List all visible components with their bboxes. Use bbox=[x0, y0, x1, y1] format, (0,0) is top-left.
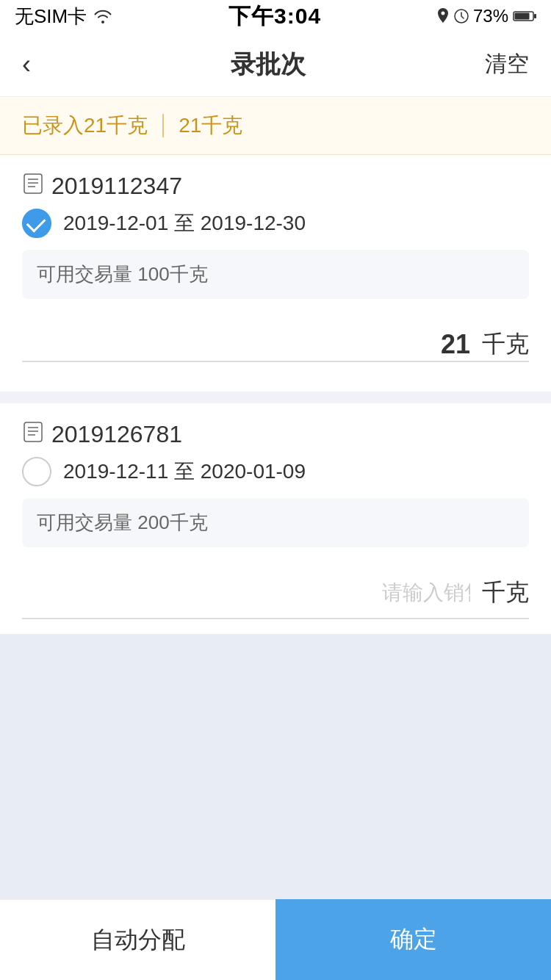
section-divider bbox=[0, 392, 551, 403]
status-right: 73% bbox=[436, 6, 536, 26]
batch1-doc-icon bbox=[22, 173, 44, 200]
summary-item1: 已录入21千克 bbox=[22, 112, 148, 140]
auto-distribute-button[interactable]: 自动分配 bbox=[0, 899, 276, 980]
batch1-header: 2019112347 bbox=[22, 173, 529, 200]
batch2-date: 2019-12-11 至 2020-01-09 bbox=[63, 458, 306, 486]
svg-rect-3 bbox=[514, 13, 529, 20]
battery-text: 73% bbox=[473, 6, 508, 26]
clock-icon bbox=[454, 9, 469, 24]
status-left: 无SIM卡 bbox=[15, 4, 113, 29]
back-button[interactable]: ‹ bbox=[22, 49, 66, 80]
batch2-radio[interactable] bbox=[22, 457, 51, 486]
content-area: 已录入21千克 21千克 2019112347 2019-12-01 至 201… bbox=[0, 97, 551, 943]
summary-divider bbox=[162, 114, 164, 137]
svg-rect-2 bbox=[534, 14, 536, 18]
no-sim-text: 无SIM卡 bbox=[15, 4, 87, 29]
nav-bar: ‹ 录批次 清空 bbox=[0, 32, 551, 97]
batch2-section-bottom bbox=[0, 619, 551, 634]
batch1-card: 2019112347 2019-12-01 至 2019-12-30 可用交易量… bbox=[0, 155, 551, 314]
confirm-button[interactable]: 确定 bbox=[276, 899, 551, 980]
status-bar: 无SIM卡 下午3:04 73% bbox=[0, 0, 551, 32]
batch1-unit: 千克 bbox=[482, 328, 529, 361]
page-title: 录批次 bbox=[66, 48, 470, 82]
batch2-input-section: 千克 bbox=[0, 562, 551, 634]
batch1-date: 2019-12-01 至 2019-12-30 bbox=[63, 209, 306, 237]
batch1-available: 可用交易量 100千克 bbox=[22, 250, 529, 299]
batch2-id: 2019126781 bbox=[51, 421, 182, 448]
empty-area bbox=[0, 634, 551, 943]
batch1-id: 2019112347 bbox=[51, 173, 182, 200]
svg-rect-8 bbox=[24, 422, 42, 442]
batch1-quantity-input[interactable] bbox=[382, 329, 470, 360]
svg-rect-4 bbox=[24, 174, 42, 193]
batch2-header: 2019126781 bbox=[22, 421, 529, 448]
batch2-card: 2019126781 2019-12-11 至 2020-01-09 可用交易量… bbox=[0, 403, 551, 547]
batch1-radio[interactable] bbox=[22, 209, 51, 238]
batch2-unit: 千克 bbox=[482, 577, 529, 609]
batch2-doc-icon bbox=[22, 421, 44, 448]
clear-button[interactable]: 清空 bbox=[470, 49, 529, 79]
batch2-available: 可用交易量 200千克 bbox=[22, 498, 529, 547]
batch2-input-row: 千克 bbox=[0, 562, 551, 609]
wifi-icon bbox=[93, 9, 113, 24]
batch1-quantity-row: 千克 bbox=[0, 314, 551, 361]
battery-icon bbox=[513, 10, 536, 22]
summary-banner: 已录入21千克 21千克 bbox=[0, 97, 551, 155]
location-icon bbox=[436, 8, 450, 24]
status-time: 下午3:04 bbox=[228, 1, 321, 32]
batch1-date-row: 2019-12-01 至 2019-12-30 bbox=[22, 209, 529, 238]
summary-item2: 21千克 bbox=[179, 112, 242, 140]
batch2-quantity-input[interactable] bbox=[382, 581, 470, 605]
batch1-quantity-section: 千克 bbox=[0, 314, 551, 392]
batch2-wrapper: 2019126781 2019-12-11 至 2020-01-09 可用交易量… bbox=[0, 403, 551, 634]
bottom-bar: 自动分配 确定 bbox=[0, 899, 551, 980]
batch2-date-row: 2019-12-11 至 2020-01-09 bbox=[22, 457, 529, 486]
